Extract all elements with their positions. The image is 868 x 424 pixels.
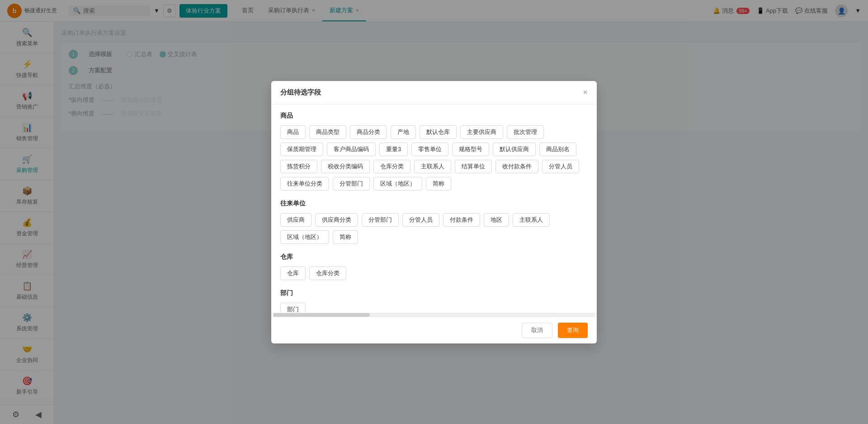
field-tag[interactable]: 零售单位 xyxy=(411,143,448,156)
modal-scroll-thumb xyxy=(273,313,370,317)
field-tag[interactable]: 分管人员 xyxy=(542,160,579,173)
field-group-department-title: 部门 xyxy=(280,289,588,297)
field-tag[interactable]: 部门 xyxy=(280,303,306,313)
cancel-button[interactable]: 取消 xyxy=(522,323,552,338)
field-group-department: 部门 部门 xyxy=(280,289,588,313)
field-tag[interactable]: 保质期管理 xyxy=(280,143,323,156)
field-tags-commodity: 商品 商品类型 商品分类 产地 默认仓库 主要供应商 批次管理 保质期管理 客户… xyxy=(280,125,588,191)
field-tag[interactable]: 分管部门 xyxy=(362,213,399,227)
field-tag[interactable]: 商品别名 xyxy=(539,143,576,156)
field-tag[interactable]: 供应商 xyxy=(280,213,311,227)
modal-body: 商品 商品 商品类型 商品分类 产地 默认仓库 主要供应商 批次管理 保质期管理… xyxy=(271,105,597,313)
field-tag[interactable]: 税收分类编码 xyxy=(321,160,370,173)
field-tag[interactable]: 主要供应商 xyxy=(460,125,503,139)
field-tag[interactable]: 往来单位分类 xyxy=(280,177,329,191)
field-group-warehouse: 仓库 仓库 仓库分类 xyxy=(280,253,588,280)
modal-dialog: 分组待选字段 × 商品 商品 商品类型 商品分类 产地 默认仓库 主要供应商 批… xyxy=(271,81,597,343)
field-tag[interactable]: 仓库 xyxy=(280,267,306,280)
field-tag[interactable]: 结算单位 xyxy=(455,160,492,173)
field-tag[interactable]: 地区 xyxy=(484,213,509,227)
field-tag[interactable]: 商品分类 xyxy=(350,125,387,139)
field-tag[interactable]: 付款条件 xyxy=(443,213,480,227)
field-tag[interactable]: 商品类型 xyxy=(309,125,346,139)
modal-footer: 取消 查询 xyxy=(271,317,597,343)
field-tag[interactable]: 商品 xyxy=(280,125,306,139)
field-tag[interactable]: 批次管理 xyxy=(507,125,544,139)
modal-overlay: 分组待选字段 × 商品 商品 商品类型 商品分类 产地 默认仓库 主要供应商 批… xyxy=(0,0,868,424)
field-group-commodity: 商品 商品 商品类型 商品分类 产地 默认仓库 主要供应商 批次管理 保质期管理… xyxy=(280,112,588,191)
field-tag[interactable]: 默认仓库 xyxy=(420,125,457,139)
field-group-warehouse-title: 仓库 xyxy=(280,253,588,261)
field-tag[interactable]: 供应商分类 xyxy=(315,213,358,227)
modal-header: 分组待选字段 × xyxy=(271,81,597,105)
field-tags-partner: 供应商 供应商分类 分管部门 分管人员 付款条件 地区 主联系人 区域（地区） … xyxy=(280,213,588,244)
confirm-button[interactable]: 查询 xyxy=(558,323,588,338)
modal-title: 分组待选字段 xyxy=(280,88,321,97)
field-tag[interactable]: 分管人员 xyxy=(402,213,439,227)
field-tag[interactable]: 仓库分类 xyxy=(373,160,410,173)
modal-scroll-track[interactable] xyxy=(273,313,595,317)
field-group-partner: 往来单位 供应商 供应商分类 分管部门 分管人员 付款条件 地区 主联系人 区域… xyxy=(280,200,588,244)
field-tag[interactable]: 主联系人 xyxy=(414,160,451,173)
field-tag[interactable]: 收付款条件 xyxy=(495,160,538,173)
field-tag[interactable]: 简称 xyxy=(426,177,451,191)
field-tag[interactable]: 区域（地区） xyxy=(280,230,329,244)
field-tag[interactable]: 默认供应商 xyxy=(493,143,536,156)
field-tag[interactable]: 产地 xyxy=(391,125,416,139)
field-tag[interactable]: 拣货积分 xyxy=(280,160,317,173)
field-tags-department: 部门 xyxy=(280,303,588,313)
field-tags-warehouse: 仓库 仓库分类 xyxy=(280,267,588,280)
modal-close-button[interactable]: × xyxy=(583,88,588,96)
field-tag[interactable]: 规格型号 xyxy=(452,143,489,156)
field-tag[interactable]: 主联系人 xyxy=(513,213,550,227)
field-tag[interactable]: 重量3 xyxy=(379,143,408,156)
field-group-partner-title: 往来单位 xyxy=(280,200,588,208)
field-tag[interactable]: 简称 xyxy=(333,230,358,244)
field-tag[interactable]: 区域（地区） xyxy=(373,177,422,191)
field-tag[interactable]: 分管部门 xyxy=(333,177,370,191)
field-tag[interactable]: 客户商品编码 xyxy=(327,143,376,156)
field-group-commodity-title: 商品 xyxy=(280,112,588,120)
field-tag[interactable]: 仓库分类 xyxy=(309,267,346,280)
